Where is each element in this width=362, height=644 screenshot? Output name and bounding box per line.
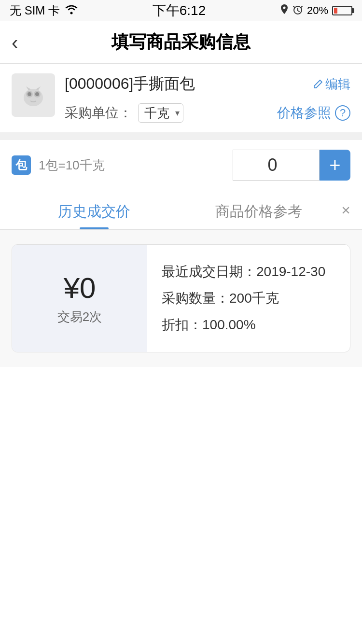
- product-section: [0000006]手撕面包 编辑 采购单位： 千克 克 包: [0, 64, 362, 132]
- status-bar: 无 SIM 卡 下午6:12 20%: [0, 0, 362, 21]
- quantity-label-group: 包 1包=10千克: [12, 155, 105, 175]
- tab-content: ¥0 交易2次 最近成交日期：2019-12-30 采购数量：200千克 折扣：…: [0, 230, 362, 367]
- nav-bar: ‹ 填写商品采购信息: [0, 21, 362, 64]
- product-thumbnail: [12, 73, 55, 117]
- battery-icon: [332, 6, 352, 15]
- history-trade-count: 交易2次: [57, 308, 102, 325]
- price-ref-label: 价格参照: [277, 104, 331, 122]
- product-header: [0000006]手撕面包 编辑: [65, 73, 350, 95]
- unit-left: 采购单位： 千克 克 包 ▾: [65, 103, 183, 123]
- status-left: 无 SIM 卡: [10, 3, 78, 18]
- svg-point-3: [24, 89, 43, 106]
- product-row: [0000006]手撕面包 编辑 采购单位： 千克 克 包: [12, 73, 350, 123]
- tab-history-price[interactable]: 历史成交价: [12, 190, 177, 229]
- purchase-qty-label: 采购数量：: [162, 291, 229, 306]
- edit-button[interactable]: 编辑: [313, 76, 350, 93]
- back-button[interactable]: ‹: [12, 33, 18, 52]
- tab-close-button[interactable]: ×: [341, 193, 350, 227]
- wifi-icon: [65, 4, 78, 17]
- quantity-unit-badge: 包: [12, 155, 31, 175]
- no-sim-text: 无 SIM 卡: [10, 3, 60, 18]
- svg-point-1: [283, 7, 285, 9]
- discount-label: 折扣：: [162, 317, 202, 332]
- location-icon: [280, 4, 289, 17]
- tab-section: 历史成交价 商品价格参考 × ¥0 交易2次 最近成交日期：2019-12-30…: [0, 190, 362, 367]
- history-card-left: ¥0 交易2次: [12, 245, 147, 352]
- recent-date-value: 2019-12-30: [256, 264, 325, 279]
- history-card-right: 最近成交日期：2019-12-30 采购数量：200千克 折扣：100.00%: [147, 245, 350, 352]
- section-divider: [0, 132, 362, 140]
- svg-point-6: [28, 92, 31, 96]
- battery-percentage: 20%: [307, 4, 328, 17]
- tab-bar: 历史成交价 商品价格参考 ×: [0, 190, 362, 230]
- price-ref-button[interactable]: 价格参照 ?: [277, 104, 350, 122]
- currency-symbol: ¥: [64, 272, 80, 304]
- status-time: 下午6:12: [153, 1, 206, 20]
- purchase-qty-value: 200千克: [229, 291, 279, 306]
- product-name: [0000006]手撕面包: [65, 73, 195, 95]
- quantity-input-row: +: [233, 150, 350, 181]
- product-info: [0000006]手撕面包 编辑 采购单位： 千克 克 包: [65, 73, 350, 123]
- unit-select-wrapper[interactable]: 千克 克 包 ▾: [138, 103, 183, 123]
- price-value: 0: [80, 272, 96, 304]
- bottom-area: [0, 367, 362, 644]
- history-price: ¥0: [64, 271, 96, 305]
- purchase-unit-label: 采购单位：: [65, 104, 132, 122]
- page-title: 填写商品采购信息: [111, 30, 251, 54]
- unit-select[interactable]: 千克 克 包: [138, 103, 183, 123]
- recent-date-row: 最近成交日期：2019-12-30: [162, 262, 335, 281]
- quantity-section: 包 1包=10千克 +: [0, 140, 362, 190]
- purchase-unit-row: 采购单位： 千克 克 包 ▾ 价格参照 ?: [65, 103, 350, 123]
- tab-product-price[interactable]: 商品价格参考: [177, 190, 342, 229]
- svg-point-7: [35, 92, 39, 96]
- purchase-qty-row: 采购数量：200千克: [162, 289, 335, 308]
- quantity-conversion: 1包=10千克: [39, 157, 105, 174]
- help-icon[interactable]: ?: [335, 105, 350, 121]
- svg-point-0: [70, 12, 73, 14]
- discount-row: 折扣：100.00%: [162, 315, 335, 334]
- status-right: 20%: [280, 4, 352, 17]
- history-card: ¥0 交易2次 最近成交日期：2019-12-30 采购数量：200千克 折扣：…: [12, 244, 350, 352]
- alarm-icon: [292, 4, 303, 17]
- recent-date-label: 最近成交日期：: [162, 264, 256, 279]
- edit-label: 编辑: [325, 76, 350, 93]
- quantity-plus-button[interactable]: +: [320, 150, 350, 181]
- quantity-input[interactable]: [233, 150, 320, 181]
- discount-value: 100.00%: [202, 317, 256, 332]
